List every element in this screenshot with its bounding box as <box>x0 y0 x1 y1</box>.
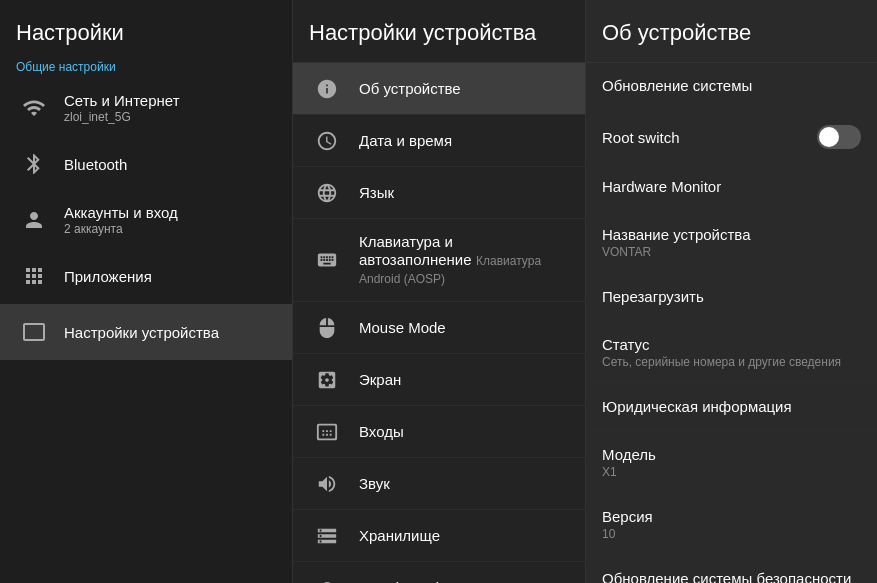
network-title: Сеть и Интернет <box>64 92 180 109</box>
inputs-text: Входы <box>359 423 404 441</box>
status-subtitle: Сеть, серийные номера и другие сведения <box>602 355 861 369</box>
google-text: Google Assistant <box>359 579 472 584</box>
section-label: Общие настройки <box>0 54 292 80</box>
sidebar-item-device-settings[interactable]: Настройки устройства <box>0 304 292 360</box>
bluetooth-icon <box>16 152 52 176</box>
storage-icon <box>309 525 345 547</box>
col3-item-hardware-monitor[interactable]: Hardware Monitor <box>586 164 877 212</box>
mouse-title: Mouse Mode <box>359 319 446 336</box>
inputs-icon <box>309 421 345 443</box>
accounts-title: Аккаунты и вход <box>64 204 178 221</box>
col2-item-screen[interactable]: Экран <box>293 354 585 406</box>
info-icon <box>309 78 345 100</box>
update-title: Обновление системы <box>602 77 861 94</box>
screen-text: Экран <box>359 371 401 389</box>
sound-title: Звук <box>359 475 390 492</box>
device-settings-icon <box>16 320 52 344</box>
google-title: Google Assistant <box>359 579 472 584</box>
language-text: Язык <box>359 184 394 202</box>
security-update-title: Обновление системы безопасности <box>602 570 861 583</box>
apps-text: Приложения <box>64 268 152 285</box>
datetime-title: Дата и время <box>359 132 452 149</box>
device-settings-text: Настройки устройства <box>64 324 219 341</box>
version-subtitle: 10 <box>602 527 861 541</box>
model-subtitle: X1 <box>602 465 861 479</box>
mouse-text: Mouse Mode <box>359 319 446 337</box>
language-title: Язык <box>359 184 394 201</box>
col3-item-root[interactable]: Root switch <box>586 111 877 164</box>
col2-item-keyboard[interactable]: Клавиатура и автозаполнение Клавиатура A… <box>293 219 585 302</box>
device-name-subtitle: VONTAR <box>602 245 861 259</box>
col3-item-model[interactable]: Модель X1 <box>586 432 877 494</box>
settings-column: Настройки Общие настройки Сеть и Интерне… <box>0 0 293 583</box>
col2-item-storage[interactable]: Хранилище <box>293 510 585 562</box>
settings-title: Настройки <box>0 0 292 54</box>
settings-list: Сеть и Интернет zloi_inet_5G Bluetooth А… <box>0 80 292 583</box>
datetime-text: Дата и время <box>359 132 452 150</box>
col3-item-security-update[interactable]: Обновление системы безопасности 5 декабр… <box>586 556 877 583</box>
sound-icon <box>309 473 345 495</box>
inputs-title: Входы <box>359 423 404 440</box>
model-title: Модель <box>602 446 861 463</box>
col2-item-google[interactable]: Google Assistant <box>293 562 585 583</box>
device-settings-column: Настройки устройства Об устройстве Дата … <box>293 0 586 583</box>
storage-text: Хранилище <box>359 527 440 545</box>
keyboard-icon <box>309 249 345 271</box>
accounts-icon <box>16 208 52 232</box>
device-settings-title: Настройки устройства <box>64 324 219 341</box>
about-list: Обновление системы Root switch Hardware … <box>586 63 877 583</box>
sidebar-item-network[interactable]: Сеть и Интернет zloi_inet_5G <box>0 80 292 136</box>
col2-item-datetime[interactable]: Дата и время <box>293 115 585 167</box>
col2-item-about[interactable]: Об устройстве <box>293 63 585 115</box>
keyboard-text: Клавиатура и автозаполнение Клавиатура A… <box>359 233 569 287</box>
root-title: Root switch <box>602 129 680 146</box>
col3-item-reboot[interactable]: Перезагрузить <box>586 274 877 322</box>
col3-item-status[interactable]: Статус Сеть, серийные номера и другие св… <box>586 322 877 384</box>
about-text: Об устройстве <box>359 80 461 98</box>
keyboard-title: Клавиатура и автозаполнение <box>359 233 472 268</box>
bluetooth-title: Bluetooth <box>64 156 127 173</box>
about-title: Об устройстве <box>586 0 877 63</box>
status-title: Статус <box>602 336 861 353</box>
sidebar-item-accounts[interactable]: Аккаунты и вход 2 аккаунта <box>0 192 292 248</box>
version-title: Версия <box>602 508 861 525</box>
mouse-icon <box>309 317 345 339</box>
accounts-subtitle: 2 аккаунта <box>64 222 178 236</box>
device-name-title: Название устройства <box>602 226 861 243</box>
about-title: Об устройстве <box>359 80 461 97</box>
col2-item-language[interactable]: Язык <box>293 167 585 219</box>
toggle-knob <box>819 127 839 147</box>
storage-title: Хранилище <box>359 527 440 544</box>
reboot-title: Перезагрузить <box>602 288 861 305</box>
network-subtitle: zloi_inet_5G <box>64 110 180 124</box>
network-icon <box>16 96 52 120</box>
hardware-monitor-title: Hardware Monitor <box>602 178 861 195</box>
clock-icon <box>309 130 345 152</box>
col2-item-mouse[interactable]: Mouse Mode <box>293 302 585 354</box>
sidebar-item-apps[interactable]: Приложения <box>0 248 292 304</box>
root-toggle[interactable] <box>817 125 861 149</box>
col2-item-inputs[interactable]: Входы <box>293 406 585 458</box>
network-text: Сеть и Интернет zloi_inet_5G <box>64 92 180 124</box>
about-device-column: Об устройстве Обновление системы Root sw… <box>586 0 877 583</box>
col2-item-sound[interactable]: Звук <box>293 458 585 510</box>
sidebar-item-bluetooth[interactable]: Bluetooth <box>0 136 292 192</box>
sound-text: Звук <box>359 475 390 493</box>
col3-item-update[interactable]: Обновление системы <box>586 63 877 111</box>
device-settings-list: Об устройстве Дата и время Язык <box>293 63 585 583</box>
col3-item-legal[interactable]: Юридическая информация <box>586 384 877 432</box>
accounts-text: Аккаунты и вход 2 аккаунта <box>64 204 178 236</box>
col3-item-version[interactable]: Версия 10 <box>586 494 877 556</box>
device-settings-title: Настройки устройства <box>293 0 585 63</box>
google-icon <box>309 577 345 584</box>
col3-item-device-name[interactable]: Название устройства VONTAR <box>586 212 877 274</box>
screen-icon <box>309 369 345 391</box>
apps-icon <box>16 264 52 288</box>
legal-title: Юридическая информация <box>602 398 861 415</box>
screen-title: Экран <box>359 371 401 388</box>
bluetooth-text: Bluetooth <box>64 156 127 173</box>
language-icon <box>309 182 345 204</box>
apps-title: Приложения <box>64 268 152 285</box>
